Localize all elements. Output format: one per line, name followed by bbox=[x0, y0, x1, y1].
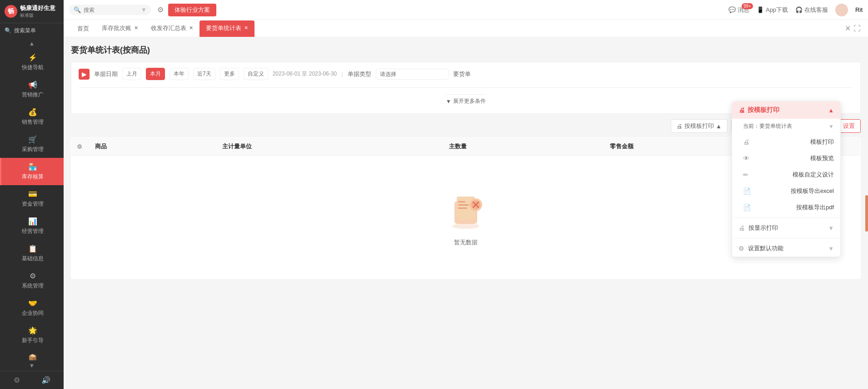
default-settings-icon: ⚙ bbox=[738, 245, 744, 252]
dropdown-item-template-pdf[interactable]: 📄 按模板导出pdf bbox=[732, 199, 840, 216]
app-download-label: App下载 bbox=[766, 6, 788, 14]
dropdown-divider-1 bbox=[732, 217, 840, 218]
dropdown-arrow-icon: ▼ bbox=[141, 6, 147, 13]
dropdown-item-template-custom[interactable]: ✏ 模板自定义设计 bbox=[732, 167, 840, 183]
date-btn-current-month[interactable]: 本月 bbox=[146, 68, 165, 80]
print-template-btn[interactable]: 🖨 按模板打印 ▲ bbox=[671, 119, 728, 133]
dropdown-section-display[interactable]: 🖨 按显示打印 ▼ bbox=[732, 220, 840, 236]
tabs-right: ✕ ⛶ bbox=[845, 24, 861, 33]
top-header: 🔍 ▼ ⚙ 体验行业方案 💬 消息 99+ 📱 App下载 🎧 在线客服 Rit bbox=[64, 0, 868, 20]
tab-label: 要货单统计表 bbox=[206, 24, 241, 32]
tab-inventory-batch[interactable]: 库存批次账 ✕ bbox=[95, 20, 145, 37]
dropdown-title: 按模板打印 bbox=[748, 106, 779, 114]
template-custom-icon: ✏ bbox=[743, 171, 748, 178]
tab-order-stats[interactable]: 要货单统计表 ✕ bbox=[200, 20, 254, 37]
svg-rect-5 bbox=[458, 207, 467, 209]
dropdown-item-template-excel[interactable]: 📄 按模板导出excel bbox=[732, 183, 840, 199]
sidebar-item-label: 资金管理 bbox=[22, 200, 44, 208]
avatar[interactable] bbox=[835, 4, 848, 16]
app-logo: 畅 畅康通好生意 标准版 bbox=[0, 0, 64, 23]
date-range-text: 2023-06-01 至 2023-06-30 bbox=[273, 70, 337, 78]
sidebar-item-marketing[interactable]: 📢 营销推广 bbox=[0, 76, 64, 103]
expand-filter-btn[interactable]: ▶ bbox=[79, 69, 90, 80]
printer-icon: 🖨 bbox=[738, 106, 745, 114]
header-search-input[interactable] bbox=[84, 7, 138, 13]
tab-close-icon[interactable]: ✕ bbox=[189, 25, 193, 31]
scrollbar-indicator[interactable] bbox=[865, 195, 868, 232]
basic-icon: 📋 bbox=[28, 244, 37, 253]
print-template-dropdown: 🖨 按模板打印 ▲ 当前：要货单统计表 ▼ 🖨 模板打印 👁 模板预览 ✏ 模板… bbox=[732, 101, 841, 257]
sidebar-scroll-down[interactable]: ▼ bbox=[0, 360, 64, 371]
date-btn-prev-month[interactable]: 上月 bbox=[122, 68, 141, 80]
date-btn-current-year[interactable]: 本年 bbox=[170, 68, 189, 80]
dropdown-header[interactable]: 🖨 按模板打印 ▲ bbox=[732, 101, 840, 119]
system-icon: ⚙ bbox=[30, 272, 36, 280]
yaohuo-filter-label: 要货单 bbox=[453, 70, 471, 78]
chevron-down-icon: ▼ bbox=[446, 98, 451, 105]
sidebar-item-guide[interactable]: 🌟 新手引导 bbox=[0, 322, 64, 349]
date-btn-custom[interactable]: 自定义 bbox=[244, 68, 268, 80]
app-download-btn[interactable]: 📱 App下载 bbox=[757, 6, 788, 14]
chevron-up-icon: ▲ bbox=[716, 123, 722, 130]
sidebar-item-inventory[interactable]: 🏪 库存核算 bbox=[0, 158, 64, 185]
sidebar-item-operation[interactable]: 📊 经营管理 bbox=[0, 212, 64, 240]
sidebar-item-system[interactable]: ⚙ 系统管理 bbox=[0, 267, 64, 294]
sidebar-item-label: 库存核算 bbox=[22, 173, 44, 181]
industry-btn[interactable]: 体验行业方案 bbox=[168, 4, 216, 16]
template-print-icon: 🖨 bbox=[743, 138, 749, 146]
logo-icon: 畅 bbox=[5, 5, 17, 18]
username-label: Rit bbox=[855, 6, 863, 13]
date-btn-more[interactable]: 更多 bbox=[220, 68, 239, 80]
dropdown-item-template-print[interactable]: 🖨 模板打印 bbox=[732, 134, 840, 150]
app-name: 畅康通好生意 bbox=[20, 5, 55, 12]
message-btn[interactable]: 💬 消息 99+ bbox=[728, 6, 749, 14]
marketing-icon: 📢 bbox=[28, 81, 37, 89]
tab-home[interactable]: 首页 bbox=[71, 21, 95, 36]
sidebar-item-appstore[interactable]: 📦 应用中心 bbox=[0, 349, 64, 360]
header-search[interactable]: 🔍 ▼ bbox=[69, 5, 151, 15]
expand-more-btn[interactable]: ▼ 展开更多条件 bbox=[446, 94, 486, 108]
dropdown-item-template-preview[interactable]: 👁 模板预览 bbox=[732, 150, 840, 167]
dropdown-divider-2 bbox=[732, 238, 840, 238]
header-search-icon: 🔍 bbox=[74, 6, 81, 13]
type-select[interactable]: 请选择 bbox=[376, 69, 449, 80]
sidebar-item-finance[interactable]: 💳 资金管理 bbox=[0, 185, 64, 212]
sidebar-scroll-up[interactable]: ▲ bbox=[0, 38, 64, 49]
shortcut-icon: ⚡ bbox=[28, 53, 37, 62]
dropdown-item-label: 模板预览 bbox=[810, 154, 834, 162]
dropdown-collapse-icon[interactable]: ▲ bbox=[828, 107, 834, 114]
date-btn-7days[interactable]: 近7天 bbox=[193, 68, 215, 80]
online-service-label: 在线客服 bbox=[804, 6, 828, 14]
tab-receipt-summary[interactable]: 收发存汇总表 ✕ bbox=[145, 20, 200, 37]
tab-label: 库存批次账 bbox=[102, 24, 131, 32]
table-settings-icon[interactable]: ⚙ bbox=[77, 143, 82, 150]
sidebar-item-label: 系统管理 bbox=[22, 282, 44, 290]
sidebar-item-cooperation[interactable]: 🤝 企业协同 bbox=[0, 294, 64, 322]
dropdown-section-display-label: 按显示打印 bbox=[748, 224, 778, 232]
operation-icon: 📊 bbox=[28, 217, 37, 226]
tabs-maximize-icon[interactable]: ⛶ bbox=[853, 25, 861, 33]
header-actions: ⚙ 体验行业方案 bbox=[157, 4, 216, 16]
tabs-close-all-icon[interactable]: ✕ bbox=[845, 24, 851, 33]
sidebar-search-label: 搜索菜单 bbox=[14, 27, 36, 35]
dropdown-current: 当前：要货单统计表 ▼ bbox=[732, 119, 840, 134]
dropdown-section-default[interactable]: ⚙ 设置默认功能 ▼ bbox=[732, 240, 840, 257]
sidebar-item-purchase[interactable]: 🛒 采购管理 bbox=[0, 131, 64, 158]
tab-close-icon[interactable]: ✕ bbox=[134, 25, 138, 31]
settings-bottom-icon[interactable]: ⚙ bbox=[14, 376, 20, 384]
volume-icon[interactable]: 🔊 bbox=[41, 376, 50, 384]
sidebar-search[interactable]: 🔍 搜索菜单 bbox=[0, 23, 64, 38]
online-service-btn[interactable]: 🎧 在线客服 bbox=[795, 6, 828, 14]
sidebar-item-sales[interactable]: 💰 销售管理 bbox=[0, 103, 64, 131]
print-icon: 🖨 bbox=[677, 123, 683, 130]
sidebar-nav: ⚡ 快捷导航 📢 营销推广 💰 销售管理 🛒 采购管理 🏪 库存核算 💳 资金管… bbox=[0, 49, 64, 360]
dropdown-item-label: 按模板导出excel bbox=[791, 187, 834, 195]
header-settings-icon[interactable]: ⚙ bbox=[157, 5, 164, 14]
tab-close-icon[interactable]: ✕ bbox=[244, 25, 248, 31]
col-quantity: 主数量 bbox=[444, 138, 604, 156]
sidebar-item-label: 基础信息 bbox=[22, 255, 44, 263]
sidebar-item-basic[interactable]: 📋 基础信息 bbox=[0, 240, 64, 267]
empty-illustration bbox=[443, 187, 489, 233]
sidebar-item-shortcut[interactable]: ⚡ 快捷导航 bbox=[0, 49, 64, 76]
excel-icon: 📄 bbox=[743, 187, 751, 195]
